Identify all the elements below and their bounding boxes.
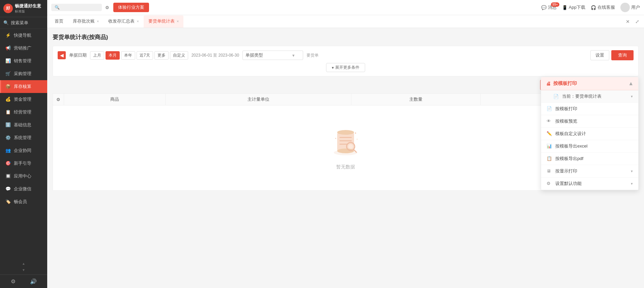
order-type-label: 单据类型 — [245, 52, 263, 58]
topbar-search[interactable]: 🔍 — [51, 4, 102, 11]
sidebar-item-wechat[interactable]: 💬 企业微信 — [0, 183, 47, 195]
guide-icon: 🎯 — [5, 160, 11, 166]
sidebar-item-label: 经营管理 — [14, 109, 31, 115]
dropdown-header: 🖨 按模板打印 ▲ — [541, 77, 638, 90]
user-avatar[interactable]: 用户 — [620, 3, 640, 12]
sidebar-item-operations[interactable]: 📋 经营管理 — [0, 106, 47, 119]
dropdown-item-display-print[interactable]: 🖥 按显示打印 ▾ — [541, 165, 638, 178]
topbar: 🔍 ⚙ 体验行业方案 💬 消息 99+ 📱 App下载 🎧 在线客服 用户 — [47, 0, 644, 15]
sidebar-item-enterprise[interactable]: 👥 企业协同 — [0, 144, 47, 157]
tab-receipt-summary[interactable]: 收发存汇总表 × — [104, 15, 143, 28]
current-arrow-icon: ▾ — [631, 94, 633, 99]
footer-speaker-icon[interactable]: 🔊 — [30, 278, 37, 285]
filter-card: ◀ 单据日期 上月 本月 本年 近7天 更多 自定义 2023-06-01 至 … — [53, 46, 639, 76]
date-btn-this-year[interactable]: 本年 — [121, 51, 135, 60]
sidebar-item-member[interactable]: 🏷️ 畅会员 — [0, 195, 47, 208]
tab-close-all-btn[interactable]: ✕ — [624, 18, 632, 26]
date-btn-more[interactable]: 更多 — [154, 51, 169, 60]
order-status-tag: 要货单 — [306, 53, 319, 58]
sidebar-item-label: 企业微信 — [14, 186, 31, 192]
topbar-gear-btn[interactable]: ⚙ — [105, 5, 109, 10]
dropdown-item-template-print[interactable]: 📄 按模板打印 — [541, 103, 638, 115]
sidebar-item-finance[interactable]: 💰 资金管理 — [0, 93, 47, 106]
app-download-btn[interactable]: 📱 App下载 — [562, 4, 585, 10]
sidebar-item-sales[interactable]: 📊 销售管理 — [0, 55, 47, 67]
sidebar-item-label: 销售管理 — [14, 58, 31, 64]
empty-text: 暂无数据 — [336, 164, 355, 170]
date-btn-last7[interactable]: 近7天 — [137, 51, 153, 60]
svg-point-2 — [337, 130, 354, 135]
dollar-icon: 💰 — [5, 96, 11, 102]
date-btn-custom[interactable]: 自定义 — [170, 51, 188, 60]
search-menu[interactable]: 🔍 搜索菜单 — [0, 17, 47, 29]
dropdown-current-template: 📄 当前：要货单统计表 ▾ — [541, 90, 638, 103]
online-service-btn[interactable]: 🎧 在线客服 — [591, 4, 615, 10]
tab-receipt-summary-label: 收发存汇总表 — [108, 18, 135, 24]
svg-text:✦: ✦ — [335, 137, 336, 139]
settings-btn[interactable]: 设置 — [590, 50, 609, 60]
current-template-label: 当前：要货单统计表 — [562, 93, 602, 99]
date-filter-label: 单据日期 — [69, 52, 87, 58]
sidebar-item-basic-info[interactable]: ℹ️ 基础信息 — [0, 119, 47, 131]
filter-row: ◀ 单据日期 上月 本月 本年 近7天 更多 自定义 2023-06-01 至 … — [58, 50, 634, 60]
megaphone-icon: 📢 — [5, 45, 11, 51]
sidebar-item-quick-nav[interactable]: ⚡ 快捷导航 — [0, 29, 47, 42]
order-type-select[interactable]: 单据类型 ▾ — [242, 51, 303, 60]
tab-inventory-batch-label: 库存批次账 — [73, 18, 95, 24]
query-btn[interactable]: 查询 — [611, 50, 634, 60]
date-group: 上月 本月 本年 近7天 更多 自定义 — [90, 51, 188, 60]
experience-btn[interactable]: 体验行业方案 — [113, 3, 149, 12]
online-service-label: 在线客服 — [597, 4, 615, 10]
chart-icon: 📊 — [5, 58, 11, 64]
col-quantity-header: 主数量 — [351, 94, 480, 105]
tab-inventory-batch-close[interactable]: × — [97, 19, 99, 23]
empty-illustration: ✦ ✦ ✦ — [329, 126, 362, 159]
page-title: 要货单统计表(按商品) — [53, 33, 639, 41]
footer-settings-icon[interactable]: ⚙ — [11, 278, 16, 285]
display-print-icon: 🖥 — [547, 168, 552, 174]
dropdown-item-template-print-label: 按模板打印 — [555, 106, 577, 112]
sidebar-item-inventory[interactable]: 📦 库存核算 — [0, 80, 47, 93]
dropdown-close-btn[interactable]: ▲ — [628, 81, 634, 87]
tab-order-summary-close[interactable]: × — [177, 19, 179, 23]
dropdown-header-label: 按模板打印 — [553, 81, 577, 87]
sidebar-scroll-down[interactable]: ▼ — [22, 267, 25, 273]
tab-order-summary[interactable]: 要货单统计表 × — [144, 15, 183, 28]
sidebar-item-app-center[interactable]: 🔲 应用中心 — [0, 170, 47, 183]
dropdown-item-export-excel[interactable]: 📊 按模板导出excel — [541, 140, 638, 153]
sidebar-item-label: 营销推广 — [14, 45, 31, 51]
dropdown-item-template-preview[interactable]: 👁 按模板预览 — [541, 115, 638, 128]
sidebar-item-label: 采购管理 — [14, 71, 31, 77]
sidebar-scroll-up[interactable]: ▲ — [22, 260, 25, 267]
date-btn-prev-month[interactable]: 上月 — [90, 51, 104, 60]
sidebar-item-purchase[interactable]: 🛒 采购管理 — [0, 67, 47, 80]
sidebar-item-marketing[interactable]: 📢 营销推广 — [0, 42, 47, 55]
export-pdf-icon: 📋 — [547, 156, 552, 161]
users-icon: 👥 — [5, 148, 11, 154]
apps-icon: 🔲 — [5, 173, 11, 179]
sidebar-item-sys-mgmt[interactable]: ⚙️ 系统管理 — [0, 131, 47, 144]
messages-btn[interactable]: 💬 消息 99+ — [541, 4, 557, 10]
col-product-header: 商品 — [64, 94, 166, 105]
filter-collapse-btn[interactable]: ◀ — [58, 51, 66, 59]
tab-maximize-btn[interactable]: ⤢ — [633, 18, 641, 26]
chevron-down-icon: ▾ — [292, 53, 295, 58]
app-logo: 好 畅捷通好生意 标准版 — [0, 0, 47, 17]
current-template-icon: 📄 — [553, 94, 559, 99]
dropdown-item-default-fn[interactable]: ⚙ 设置默认功能 ▾ — [541, 178, 638, 190]
tab-receipt-summary-close[interactable]: × — [137, 19, 139, 23]
tab-home[interactable]: 首页 — [50, 15, 68, 28]
col-settings-header[interactable]: ⚙ — [53, 94, 64, 105]
member-icon: 🏷️ — [5, 199, 11, 205]
printer-header-icon: 🖨 — [546, 81, 551, 86]
dropdown-item-template-custom[interactable]: ✏️ 模板自定义设计 — [541, 128, 638, 140]
tab-inventory-batch[interactable]: 库存批次账 × — [68, 15, 104, 28]
sidebar-item-label: 企业协同 — [14, 148, 31, 154]
sidebar-item-newbie[interactable]: 🎯 新手引导 — [0, 157, 47, 170]
dropdown-item-export-pdf[interactable]: 📋 按模板导出pdf — [541, 153, 638, 165]
date-btn-current-month[interactable]: 本月 — [106, 51, 120, 60]
tab-order-summary-label: 要货单统计表 — [148, 18, 175, 24]
tabs-bar: 首页 库存批次账 × 收发存汇总表 × 要货单统计表 × ✕ ⤢ — [47, 15, 644, 28]
cart-icon: 🛒 — [5, 71, 11, 77]
expand-more-btn[interactable]: ▾ 展开更多条件 — [326, 63, 365, 72]
